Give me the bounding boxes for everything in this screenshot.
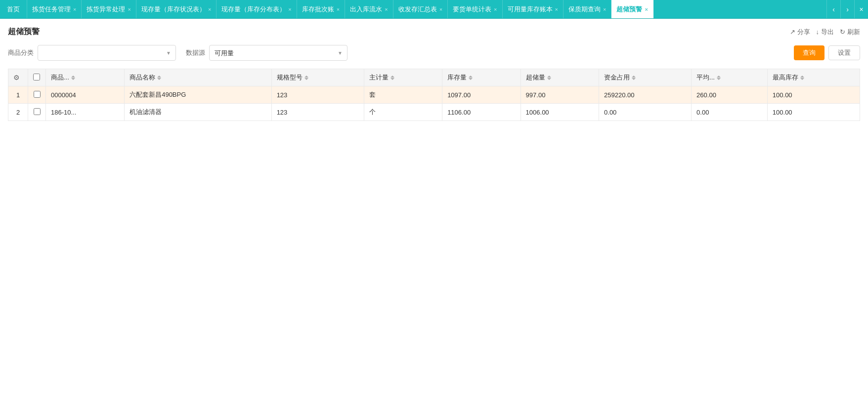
share-icon: ↗: [790, 28, 795, 36]
nav-tab-close-tab10[interactable]: ×: [603, 6, 606, 12]
share-action[interactable]: ↗ 分享: [790, 28, 810, 37]
sort-icon-max-stock: [800, 76, 804, 80]
sort-icon-over: [547, 76, 551, 80]
td-index: 2: [8, 104, 28, 121]
data-table: ⚙ 商品... 商品名称: [8, 69, 860, 121]
table-row: 10000004六配套新昌490BPG123套1097.00997.002592…: [8, 86, 860, 104]
refresh-action[interactable]: ↻ 刷新: [840, 28, 860, 37]
nav-tab-close-tab11[interactable]: ×: [645, 6, 648, 12]
nav-prev-button[interactable]: ‹: [826, 0, 840, 19]
export-icon: ↓: [816, 28, 820, 36]
datasource-label: 数据源: [186, 48, 205, 57]
nav-tab-tab3[interactable]: 现存量（库存状况表）×: [136, 0, 217, 19]
nav-tab-tab9[interactable]: 可用量库存账本×: [503, 0, 564, 19]
sort-icon-unit: [391, 76, 394, 80]
td-capital: 259220.00: [599, 86, 692, 104]
row-checkbox[interactable]: [34, 91, 41, 98]
nav-close-button[interactable]: ×: [854, 0, 868, 19]
nav-tab-close-tab9[interactable]: ×: [555, 6, 558, 12]
td-checkbox[interactable]: [28, 86, 46, 104]
nav-tab-close-tab4[interactable]: ×: [288, 6, 291, 12]
nav-tab-tab10[interactable]: 保质期查询×: [564, 0, 611, 19]
td-max-stock: 100.00: [767, 86, 860, 104]
row-checkbox[interactable]: [34, 108, 41, 115]
th-checkbox[interactable]: [28, 69, 46, 86]
filter-area: 商品分类 数据源 可用量 库存量 查询 设置: [8, 45, 860, 61]
sort-icon-spec: [304, 76, 308, 80]
table-header-row: ⚙ 商品... 商品名称: [8, 69, 860, 86]
page-actions: ↗ 分享 ↓ 导出 ↻ 刷新: [790, 28, 861, 37]
category-filter: 商品分类: [8, 45, 176, 61]
nav-tab-tab7[interactable]: 收发存汇总表×: [393, 0, 448, 19]
sort-icon-stock: [469, 76, 473, 80]
nav-tab-close-tab5[interactable]: ×: [337, 6, 340, 12]
nav-tab-tab11[interactable]: 超储预警×: [611, 0, 653, 19]
th-settings[interactable]: ⚙: [8, 69, 28, 86]
page-content: 超储预警 ↗ 分享 ↓ 导出 ↻ 刷新 商品分类: [0, 19, 868, 395]
nav-tab-tab5[interactable]: 库存批次账×: [297, 0, 345, 19]
nav-tab-close-tab3[interactable]: ×: [208, 6, 211, 12]
td-spec: 123: [271, 86, 364, 104]
nav-tab-tab1[interactable]: 拣货任务管理×: [27, 0, 82, 19]
datasource-filter: 数据源 可用量 库存量: [186, 45, 347, 61]
th-avg[interactable]: 平均...: [692, 69, 768, 86]
th-over[interactable]: 超储量: [521, 69, 599, 86]
nav-tab-tab2[interactable]: 拣货异常处理×: [82, 0, 136, 19]
td-avg: 0.00: [692, 104, 768, 121]
td-checkbox[interactable]: [28, 104, 46, 121]
category-label: 商品分类: [8, 48, 34, 57]
td-stock: 1106.00: [442, 104, 521, 121]
td-unit: 个: [364, 104, 442, 121]
nav-tab-tab6[interactable]: 出入库流水×: [345, 0, 393, 19]
nav-next-button[interactable]: ›: [840, 0, 854, 19]
td-over: 1006.00: [521, 104, 599, 121]
td-index: 1: [8, 86, 28, 104]
nav-tab-tab8[interactable]: 要货单统计表×: [448, 0, 502, 19]
td-stock: 1097.00: [442, 86, 521, 104]
nav-tab-tab4[interactable]: 现存量（库存分布表）×: [217, 0, 297, 19]
nav-tab-close-tab2[interactable]: ×: [128, 6, 130, 12]
th-max-stock[interactable]: 最高库存: [767, 69, 860, 86]
datasource-select[interactable]: 可用量 库存量: [209, 45, 347, 61]
page-header: 超储预警 ↗ 分享 ↓ 导出 ↻ 刷新: [8, 27, 860, 37]
nav-tab-close-tab1[interactable]: ×: [73, 6, 76, 12]
refresh-icon: ↻: [840, 28, 845, 36]
top-navigation: 首页 拣货任务管理×拣货异常处理×现存量（库存状况表）×现存量（库存分布表）×库…: [0, 0, 868, 19]
export-action[interactable]: ↓ 导出: [816, 28, 834, 37]
nav-arrows: ‹ › ×: [826, 0, 868, 19]
settings-button[interactable]: 设置: [828, 45, 860, 60]
td-over: 997.00: [521, 86, 599, 104]
th-stock[interactable]: 库存量: [442, 69, 521, 86]
category-select[interactable]: [38, 45, 176, 61]
sort-icon-avg: [717, 76, 721, 80]
td-unit: 套: [364, 86, 442, 104]
th-capital[interactable]: 资金占用: [599, 69, 692, 86]
sort-icon-product-code: [71, 76, 75, 80]
export-label: 导出: [821, 28, 834, 37]
td-product-name: 机油滤清器: [125, 104, 271, 121]
nav-tab-close-tab7[interactable]: ×: [439, 6, 442, 12]
query-button[interactable]: 查询: [794, 45, 825, 60]
th-product-name[interactable]: 商品名称: [125, 69, 271, 86]
th-spec[interactable]: 规格型号: [271, 69, 364, 86]
gear-icon[interactable]: ⚙: [13, 74, 20, 81]
td-max-stock: 100.00: [767, 104, 860, 121]
category-select-wrapper: [38, 45, 176, 61]
page-title: 超储预警: [8, 27, 40, 37]
th-unit[interactable]: 主计量: [364, 69, 442, 86]
sort-icon-product-name: [157, 76, 161, 80]
td-capital: 0.00: [599, 104, 692, 121]
td-product-code: 186-10...: [46, 104, 125, 121]
refresh-label: 刷新: [847, 28, 860, 37]
sort-icon-capital: [632, 76, 636, 80]
td-spec: 123: [271, 104, 364, 121]
datasource-select-wrapper: 可用量 库存量: [209, 45, 347, 61]
th-product-code[interactable]: 商品...: [46, 69, 125, 86]
td-product-name: 六配套新昌490BPG: [125, 86, 271, 104]
td-avg: 260.00: [692, 86, 768, 104]
nav-tab-close-tab6[interactable]: ×: [385, 6, 388, 12]
nav-home[interactable]: 首页: [0, 0, 27, 19]
nav-tab-close-tab8[interactable]: ×: [494, 6, 497, 12]
select-all-checkbox[interactable]: [33, 74, 40, 80]
table-row: 2186-10...机油滤清器123个1106.001006.000.000.0…: [8, 104, 860, 121]
